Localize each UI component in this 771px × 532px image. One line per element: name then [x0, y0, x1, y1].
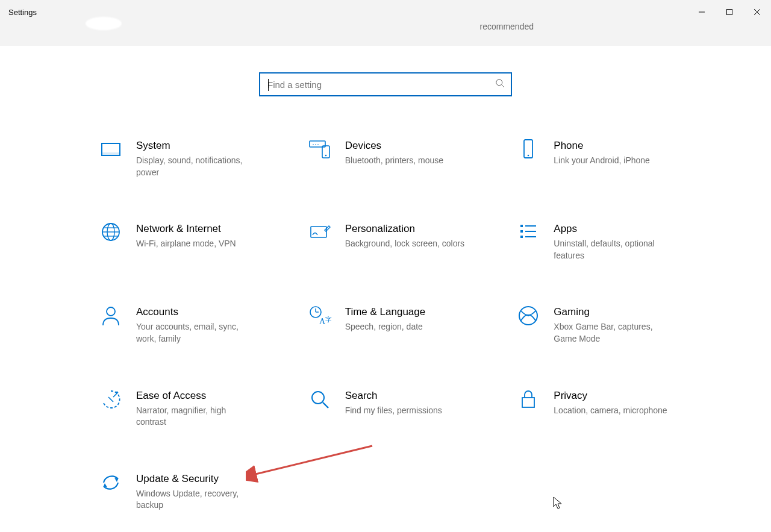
tile-system[interactable]: System Display, sound, notifications, po…: [99, 139, 279, 178]
tile-title: Privacy: [554, 390, 667, 402]
tile-title: Phone: [554, 140, 650, 152]
system-icon: [99, 139, 123, 163]
tile-title: Search: [345, 390, 442, 402]
tile-desc: Speech, region, date: [345, 321, 426, 333]
tile-title: Gaming: [554, 306, 674, 318]
banner-text-fragment: recommended: [480, 22, 534, 31]
ease-of-access-icon: [99, 389, 123, 413]
settings-grid: System Display, sound, notifications, po…: [99, 139, 713, 512]
tile-update-security[interactable]: Update & Security Windows Update, recove…: [99, 472, 279, 512]
svg-line-38: [323, 402, 328, 408]
tile-accounts[interactable]: Accounts Your accounts, email, sync, wor…: [99, 305, 279, 345]
maximize-button[interactable]: [716, 0, 743, 24]
minimize-button[interactable]: [688, 0, 716, 24]
svg-point-14: [317, 144, 319, 145]
search-icon: [495, 78, 505, 90]
update-icon: [99, 472, 123, 496]
svg-rect-7: [102, 152, 120, 155]
svg-text:字: 字: [325, 316, 331, 323]
tile-privacy[interactable]: Privacy Location, camera, microphone: [516, 389, 697, 428]
tile-title: Update & Security: [136, 473, 257, 485]
gaming-icon: [516, 305, 540, 329]
svg-rect-23: [520, 225, 523, 227]
apps-icon: [516, 222, 540, 246]
svg-point-37: [312, 392, 324, 404]
tile-network[interactable]: Network & Internet Wi-Fi, airplane mode,…: [99, 222, 279, 261]
tile-title: System: [136, 140, 257, 152]
personalization-icon: [308, 222, 332, 246]
accounts-icon: [99, 305, 123, 329]
svg-point-11: [325, 155, 326, 157]
search-input[interactable]: [267, 80, 495, 90]
tile-desc: Display, sound, notifications, power: [136, 155, 257, 178]
globe-icon: [99, 222, 123, 246]
tile-ease-of-access[interactable]: Ease of Access Narrator, magnifier, high…: [99, 389, 279, 428]
text-caret: [268, 79, 269, 91]
tile-title: Devices: [345, 140, 443, 152]
tile-personalization[interactable]: Personalization Background, lock screen,…: [308, 222, 489, 261]
svg-rect-27: [520, 236, 523, 238]
tile-desc: Background, lock screen, colors: [345, 238, 464, 250]
tile-desc: Link your Android, iPhone: [554, 155, 650, 167]
svg-point-4: [496, 80, 502, 86]
tile-desc: Location, camera, microphone: [554, 405, 667, 417]
close-button[interactable]: [743, 0, 771, 24]
search-tile-icon: [308, 389, 332, 413]
svg-point-16: [528, 155, 529, 157]
tile-title: Network & Internet: [136, 223, 236, 235]
tile-title: Personalization: [345, 223, 464, 235]
tile-title: Ease of Access: [136, 390, 257, 402]
svg-point-13: [315, 144, 316, 145]
tile-desc: Narrator, magnifier, high contrast: [136, 405, 257, 428]
window-controls: [688, 0, 771, 24]
lock-icon: [516, 389, 540, 413]
time-language-icon: A字: [308, 305, 332, 329]
svg-point-29: [107, 307, 115, 316]
tile-desc: Windows Update, recovery, backup: [136, 488, 257, 512]
window-title: Settings: [8, 8, 37, 17]
phone-icon: [516, 139, 540, 163]
search-box[interactable]: [259, 72, 512, 96]
devices-icon: [308, 139, 332, 163]
svg-rect-39: [522, 398, 534, 407]
svg-point-12: [313, 144, 314, 145]
tile-desc: Uninstall, defaults, optional features: [554, 238, 674, 261]
tile-phone[interactable]: Phone Link your Android, iPhone: [516, 139, 697, 178]
tile-desc: Bluetooth, printers, mouse: [345, 155, 443, 167]
tile-title: Time & Language: [345, 306, 426, 318]
tile-desc: Find my files, permissions: [345, 405, 442, 417]
tile-title: Accounts: [136, 306, 257, 318]
banner-area: recommended: [0, 24, 771, 46]
svg-rect-25: [520, 230, 523, 233]
svg-line-5: [502, 85, 504, 87]
tile-devices[interactable]: Devices Bluetooth, printers, mouse: [308, 139, 489, 178]
tile-time-language[interactable]: A字 Time & Language Speech, region, date: [308, 305, 489, 345]
tile-desc: Wi-Fi, airplane mode, VPN: [136, 238, 236, 250]
tile-apps[interactable]: Apps Uninstall, defaults, optional featu…: [516, 222, 697, 261]
svg-rect-22: [311, 227, 326, 237]
tile-desc: Xbox Game Bar, captures, Game Mode: [554, 321, 674, 345]
svg-rect-1: [727, 10, 732, 15]
tile-title: Apps: [554, 223, 674, 235]
tile-gaming[interactable]: Gaming Xbox Game Bar, captures, Game Mod…: [516, 305, 697, 345]
tile-search[interactable]: Search Find my files, permissions: [308, 389, 489, 428]
tile-desc: Your accounts, email, sync, work, family: [136, 321, 257, 345]
banner-avatar-fragment: [86, 17, 122, 30]
